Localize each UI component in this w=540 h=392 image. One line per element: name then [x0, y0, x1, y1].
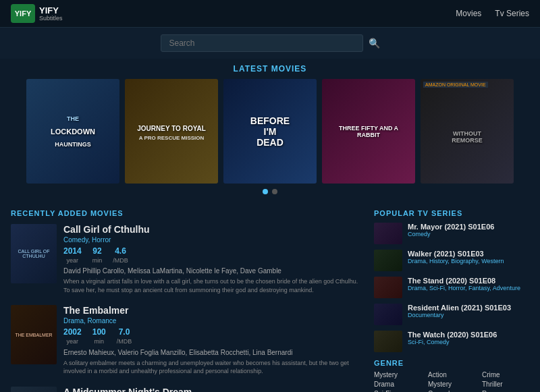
tv-item-alien: Resident Alien (2021) S01E03 Documentary: [374, 304, 529, 325]
header: YIFY YIFY Subtitles Movies Tv Series: [0, 0, 540, 28]
tv-item-mrmayor: Mr. Mayor (2021) S01E06 Comedy: [374, 223, 529, 244]
tv-item-walker: Walker (2021) S01E03 Drama, History, Bio…: [374, 250, 529, 271]
meta-mins-label-cthulhu: min: [92, 257, 103, 265]
meta-imdb-label-embalmer: /MDB: [117, 338, 132, 346]
tv-info-walker: Walker (2021) S01E03 Drama, History, Bio…: [408, 250, 504, 264]
poster-without-remorse[interactable]: AMAZON ORIGINAL MOVIE WITHOUTREMORSE: [421, 79, 514, 184]
meta-year-value-cthulhu: 2014: [63, 246, 82, 257]
carousel-dot-2[interactable]: [272, 189, 277, 194]
movie-desc-embalmer: A solitary embalmer meets a charming and…: [63, 359, 366, 376]
nav-movies[interactable]: Movies: [456, 9, 481, 18]
meta-imdb-label-cthulhu: /MDB: [113, 257, 128, 265]
tv-thumb-stand[interactable]: [374, 277, 402, 298]
tv-title-walker[interactable]: Walker (2021) S01E03: [408, 250, 504, 258]
tv-genres-watch: Sci-Fi, Comedy: [408, 339, 497, 345]
poster-three-fifty[interactable]: THREE FIFTY AND A RABBIT: [322, 79, 415, 184]
tv-info-watch: The Watch (2020) S01E06 Sci-Fi, Comedy: [408, 331, 497, 345]
movie-desc-cthulhu: When a virginal artist falls in love wit…: [63, 277, 366, 294]
genre-title: GENRE: [374, 359, 529, 367]
logo-subtitles: Subtitles: [39, 16, 63, 22]
tv-info-mrmayor: Mr. Mayor (2021) S01E06 Comedy: [408, 223, 494, 237]
meta-year-label-embalmer: year: [63, 338, 82, 346]
tv-title-watch[interactable]: The Watch (2020) S01E06: [408, 331, 497, 339]
meta-mins-label-embalmer: min: [92, 338, 106, 346]
poster-journey[interactable]: JOURNEY TO ROYAL A PRO RESCUE MISSION: [125, 79, 218, 184]
recently-added-title: RECENTLY ADDED MOVIES: [11, 209, 366, 217]
logo-yify: YIFY: [15, 9, 31, 18]
movie-title-midsummer[interactable]: A Midsummer Night's Dream: [63, 387, 366, 392]
movie-item-embalmer: THE EMBALMER The Embalmer Drama, Romance…: [11, 305, 366, 375]
logo: YIFY YIFY Subtitles: [11, 4, 63, 23]
popular-tv-title: POPULAR TV SERIES: [374, 209, 529, 217]
meta-year-cthulhu: 2014 year: [63, 246, 82, 264]
meta-imdb-value-cthulhu: 4.6: [113, 246, 128, 257]
movie-title-embalmer[interactable]: The Embalmer: [63, 305, 366, 316]
meta-mins-embalmer: 100 min: [92, 327, 106, 345]
latest-movies-title: LATEST MOVIES: [11, 64, 529, 74]
meta-imdb-cthulhu: 4.6 /MDB: [113, 246, 128, 264]
movie-meta-cthulhu: 2014 year 92 min 4.6 /MDB: [63, 246, 366, 264]
meta-year-label-cthulhu: year: [63, 257, 82, 265]
genre-crime[interactable]: Crime: [482, 371, 529, 379]
genre-grid: Mystery Action Crime Drama Mystery Thril…: [374, 371, 529, 392]
thumb-embalmer[interactable]: THE EMBALMER: [11, 305, 57, 364]
thumb-cthulhu-text: CALL GIRL OF CTHULHU: [11, 224, 57, 283]
search-input[interactable]: [161, 34, 363, 52]
meta-mins-value-embalmer: 100: [92, 327, 106, 338]
meta-mins-cthulhu: 92 min: [92, 246, 103, 264]
tv-thumb-alien[interactable]: [374, 304, 402, 325]
logo-box: YIFY: [11, 4, 35, 23]
amazon-badge: AMAZON ORIGINAL MOVIE: [423, 82, 488, 88]
tv-thumb-mrmayor[interactable]: [374, 223, 402, 244]
main-content: RECENTLY ADDED MOVIES CALL GIRL OF CTHUL…: [0, 202, 540, 392]
thumb-cthulhu[interactable]: CALL GIRL OF CTHULHU: [11, 224, 57, 283]
genre-drama[interactable]: Drama: [374, 381, 421, 388]
genre-action[interactable]: Action: [428, 371, 475, 379]
carousel-dots: [11, 189, 529, 194]
tv-genres-alien: Documentary: [408, 312, 511, 318]
movie-info-cthulhu: Call Girl of Cthulhu Comedy, Horror 2014…: [63, 224, 366, 294]
tv-thumb-watch[interactable]: [374, 331, 402, 352]
meta-year-value-embalmer: 2002: [63, 327, 82, 338]
tv-genres-walker: Drama, History, Biography, Western: [408, 258, 504, 264]
genre-mystery2[interactable]: Mystery: [428, 381, 475, 388]
tv-item-stand: The Stand (2020) S01E08 Drama, Sci-Fi, H…: [374, 277, 529, 298]
thumb-embalmer-text: THE EMBALMER: [11, 305, 57, 364]
search-icon[interactable]: 🔍: [369, 38, 380, 49]
movie-genres-cthulhu: Comedy, Horror: [63, 236, 366, 244]
nav: Movies Tv Series: [456, 9, 529, 18]
tv-title-stand[interactable]: The Stand (2020) S01E08: [408, 277, 520, 285]
tv-info-stand: The Stand (2020) S01E08 Drama, Sci-Fi, H…: [408, 277, 520, 291]
recently-added-section: RECENTLY ADDED MOVIES CALL GIRL OF CTHUL…: [11, 209, 366, 392]
latest-movies-section: LATEST MOVIES THE LOCKDOWN HAUNTINGS JOU…: [0, 59, 540, 202]
tv-title-alien[interactable]: Resident Alien (2021) S01E03: [408, 304, 511, 312]
logo-label: YIFY Subtitles: [39, 5, 63, 22]
logo-yify-text: YIFY: [39, 5, 59, 16]
movie-carousel: THE LOCKDOWN HAUNTINGS JOURNEY TO ROYAL …: [11, 79, 529, 184]
tv-item-watch: The Watch (2020) S01E06 Sci-Fi, Comedy: [374, 331, 529, 352]
tv-title-mrmayor[interactable]: Mr. Mayor (2021) S01E06: [408, 223, 494, 231]
carousel-dot-1[interactable]: [263, 189, 268, 194]
search-bar: 🔍: [0, 28, 540, 59]
poster-lockdown[interactable]: THE LOCKDOWN HAUNTINGS: [26, 79, 119, 184]
poster-before-im-dead[interactable]: BEFOREI'MDEAD: [223, 79, 317, 184]
nav-tv-series[interactable]: Tv Series: [495, 9, 529, 18]
meta-year-embalmer: 2002 year: [63, 327, 82, 345]
meta-mins-value-cthulhu: 92: [92, 246, 103, 257]
movie-title-cthulhu[interactable]: Call Girl of Cthulhu: [63, 224, 366, 235]
right-column: POPULAR TV SERIES Mr. Mayor (2021) S01E0…: [374, 209, 529, 392]
tv-genres-mrmayor: Comedy: [408, 231, 494, 237]
genre-mystery[interactable]: Mystery: [374, 371, 421, 379]
tv-thumb-walker[interactable]: [374, 250, 402, 271]
movie-cast-cthulhu: David Phillip Carollo, Melissa LaMartina…: [63, 267, 366, 275]
movie-info-midsummer: A Midsummer Night's Dream Comedy, Fantas…: [63, 387, 366, 392]
thumb-midsummer-text: MIDSUMMER NIGHT'S DREAM: [11, 387, 57, 392]
genre-thriller[interactable]: Thriller: [482, 381, 529, 388]
meta-imdb-value-embalmer: 7.0: [117, 327, 132, 338]
tv-genres-stand: Drama, Sci-Fi, Horror, Fantasy, Adventur…: [408, 285, 520, 291]
movie-genres-embalmer: Drama, Romance: [63, 317, 366, 325]
movie-info-embalmer: The Embalmer Drama, Romance 2002 year 10…: [63, 305, 366, 375]
meta-imdb-embalmer: 7.0 /MDB: [117, 327, 132, 345]
thumb-midsummer[interactable]: MIDSUMMER NIGHT'S DREAM: [11, 387, 57, 392]
movie-item-midsummer: MIDSUMMER NIGHT'S DREAM A Midsummer Nigh…: [11, 387, 366, 392]
